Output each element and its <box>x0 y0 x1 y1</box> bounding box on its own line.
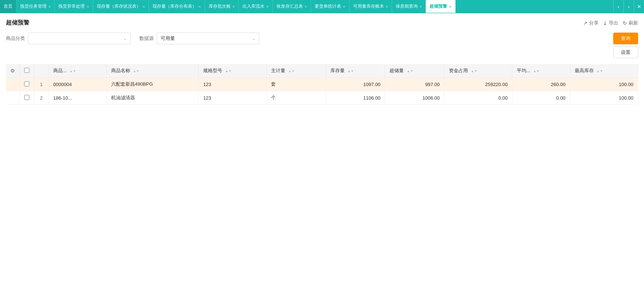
nav-tab-overstock-warning[interactable]: 超储预警 × <box>426 0 455 13</box>
row-unit-0: 套 <box>267 78 326 91</box>
close-tab-task-mgmt[interactable]: × <box>48 4 51 9</box>
export-icon: ⤓ <box>603 20 607 26</box>
col-avg-header[interactable]: 平均... ▲▼ <box>512 64 570 78</box>
nav-tab-collect-summary[interactable]: 收发存汇总表 × <box>273 0 311 13</box>
nav-tab-order-stats[interactable]: 要货单统计表 × <box>311 0 349 13</box>
nav-tab-task-mgmt[interactable]: 拣货任务管理 × <box>17 0 55 13</box>
sort-product-name-icon: ▲▼ <box>133 70 139 73</box>
data-table: ⚙ 商品... ▲▼ 商品名称 ▲▼ 规格型号 ▲▼ <box>6 64 638 105</box>
row-product-code-1: 186-10... <box>49 91 107 105</box>
close-tab-inv-status[interactable]: × <box>143 4 145 9</box>
nav-arrow-right[interactable]: › <box>623 0 634 13</box>
table-row: 2 186-10... 机油滤清器 123 个 1106.00 1006.00 … <box>6 91 638 105</box>
row-spec-1: 123 <box>199 91 267 105</box>
nav-tab-exception-handling[interactable]: 拣货异常处理 × <box>55 0 93 13</box>
row-product-name-1: 机油滤清器 <box>106 91 198 105</box>
col-spec-header[interactable]: 规格型号 ▲▼ <box>199 64 267 78</box>
top-nav: 首页 拣货任务管理 × 拣货异常处理 × 现存量（库存状况表） × 现存量（库存… <box>0 0 644 13</box>
row-product-name-0: 六配套新昌490BPG <box>106 78 198 91</box>
sort-max-inv-icon: ▲▼ <box>596 70 603 73</box>
nav-arrows: ‹ › ✕ <box>613 0 644 13</box>
row-checkbox-0[interactable] <box>24 81 29 86</box>
datasource-select[interactable]: 可用量 ⌄ <box>157 33 259 44</box>
category-label: 商品分类 <box>6 35 25 42</box>
close-tab-inv-batch[interactable]: × <box>233 4 235 9</box>
nav-arrow-left[interactable]: ‹ <box>613 0 623 13</box>
share-button[interactable]: ↗ 分享 <box>583 20 599 26</box>
export-button[interactable]: ⤓ 导出 <box>603 20 618 26</box>
category-select[interactable]: ⌄ <box>28 33 131 44</box>
close-tab-order-stats[interactable]: × <box>343 4 345 9</box>
close-tab-overstock[interactable]: × <box>449 4 451 9</box>
nav-tab-inventory-dist[interactable]: 现存量（库存分布表） × <box>149 0 205 13</box>
row-seq-0: 1 <box>34 78 49 91</box>
row-inventory-0: 1097.00 <box>326 78 385 91</box>
datasource-chevron-icon: ⌄ <box>252 36 255 41</box>
row-product-code-0: 0000004 <box>49 78 107 91</box>
query-button[interactable]: 查询 <box>613 33 638 44</box>
settings-icon: ⚙ <box>10 68 15 74</box>
col-product-code-header[interactable]: 商品... ▲▼ <box>49 64 107 78</box>
row-overstock-0: 997.00 <box>385 78 444 91</box>
row-inventory-1: 1106.00 <box>326 91 385 105</box>
row-avg-0: 260.00 <box>512 78 570 91</box>
row-spec-0: 123 <box>199 78 267 91</box>
datasource-label: 数据源 <box>139 35 154 42</box>
row-checkbox-cell[interactable] <box>20 91 34 105</box>
row-seq-1: 2 <box>34 91 49 105</box>
nav-tab-inventory-status[interactable]: 现存量（库存状况表） × <box>93 0 149 13</box>
row-avg-1: 0.00 <box>512 91 570 105</box>
row-capital-0: 259220.00 <box>444 78 512 91</box>
nav-tab-home[interactable]: 首页 <box>0 0 17 13</box>
sort-inventory-icon: ▲▼ <box>347 70 354 73</box>
row-checkbox-1[interactable] <box>24 95 29 100</box>
row-overstock-1: 1006.00 <box>385 91 444 105</box>
close-tab-inv-dist[interactable]: × <box>198 4 201 9</box>
share-icon: ↗ <box>583 20 588 26</box>
close-tab-inout-flow[interactable]: × <box>266 4 268 9</box>
row-unit-1: 个 <box>267 91 326 105</box>
page-header: 超储预警 ↗ 分享 ⤓ 导出 ↻ 刷新 <box>6 19 638 27</box>
filter-buttons: 查询 设置 <box>613 33 638 58</box>
nav-arrow-close-all[interactable]: ✕ <box>634 0 644 13</box>
setting-button[interactable]: 设置 <box>613 47 638 58</box>
table-row: 1 0000004 六配套新昌490BPG 123 套 1097.00 997.… <box>6 78 638 91</box>
table-body: 1 0000004 六配套新昌490BPG 123 套 1097.00 997.… <box>6 78 638 105</box>
nav-tab-quality-check[interactable]: 保质期查询 × <box>392 0 426 13</box>
datasource-value: 可用量 <box>161 35 175 42</box>
row-settings-cell <box>6 91 20 105</box>
select-all-checkbox[interactable] <box>24 68 29 73</box>
sort-overstock-icon: ▲▼ <box>407 70 413 73</box>
col-product-name-header[interactable]: 商品名称 ▲▼ <box>106 64 198 78</box>
col-overstock-header[interactable]: 超储量 ▲▼ <box>385 64 444 78</box>
close-tab-exception[interactable]: × <box>87 4 89 9</box>
sort-avg-icon: ▲▼ <box>533 70 540 73</box>
close-tab-collect[interactable]: × <box>305 4 307 9</box>
page-container: 超储预警 ↗ 分享 ⤓ 导出 ↻ 刷新 商品分类 ⌄ <box>0 13 644 293</box>
col-max-inventory-header[interactable]: 最高库存 ▲▼ <box>570 64 638 78</box>
col-inventory-header[interactable]: 库存量 ▲▼ <box>326 64 385 78</box>
col-unit-header[interactable]: 主计量 ▲▼ <box>267 64 326 78</box>
row-max-inv-0: 100.00 <box>570 78 638 91</box>
row-capital-1: 0.00 <box>444 91 512 105</box>
close-tab-quality[interactable]: × <box>420 4 422 9</box>
col-capital-header[interactable]: 资金占用 ▲▼ <box>444 64 512 78</box>
col-seq-header <box>34 64 49 78</box>
row-max-inv-1: 100.00 <box>570 91 638 105</box>
nav-tab-available-ledger[interactable]: 可用量库存账本 × <box>350 0 392 13</box>
datasource-filter: 数据源 可用量 ⌄ <box>139 33 259 44</box>
sort-unit-icon: ▲▼ <box>288 70 295 73</box>
nav-tab-inout-flow[interactable]: 出入库流水 × <box>239 0 272 13</box>
page-title: 超储预警 <box>6 19 29 27</box>
close-tab-avail-ledger[interactable]: × <box>386 4 388 9</box>
col-checkbox-header[interactable] <box>20 64 34 78</box>
col-settings[interactable]: ⚙ <box>6 64 20 78</box>
table-header-row: ⚙ 商品... ▲▼ 商品名称 ▲▼ 规格型号 ▲▼ <box>6 64 638 78</box>
row-checkbox-cell[interactable] <box>20 78 34 91</box>
sort-capital-icon: ▲▼ <box>471 70 477 73</box>
sort-spec-icon: ▲▼ <box>225 70 232 73</box>
nav-tab-inventory-batch[interactable]: 库存批次账 × <box>205 0 239 13</box>
category-chevron-icon: ⌄ <box>123 36 127 41</box>
header-actions: ↗ 分享 ⤓ 导出 ↻ 刷新 <box>583 20 638 26</box>
refresh-button[interactable]: ↻ 刷新 <box>623 20 638 26</box>
